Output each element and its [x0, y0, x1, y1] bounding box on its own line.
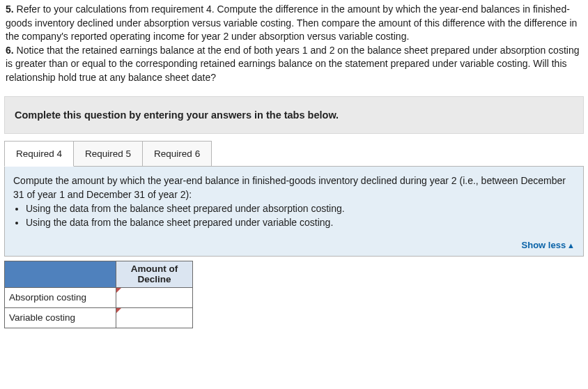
prompt-lead: Compute the amount by which the year-end… — [13, 174, 575, 202]
input-cell-absorption — [116, 287, 193, 307]
tab-required-4[interactable]: Required 4 — [4, 141, 74, 167]
caret-up-icon: ▲ — [567, 241, 575, 250]
answer-table: Amount of Decline Absorption costing Var… — [4, 261, 193, 328]
tabs-container: Required 4 Required 5 Required 6 Compute… — [4, 141, 584, 257]
instruction-box: Complete this question by entering your … — [4, 96, 584, 134]
row-label-absorption: Absorption costing — [5, 287, 116, 307]
row-label-variable: Variable costing — [5, 307, 116, 328]
show-less-toggle[interactable]: Show less▲ — [13, 230, 575, 250]
prompt-bullets: Using the data from the balance sheet pr… — [26, 201, 575, 230]
input-cell-variable — [116, 307, 193, 328]
prompt-bullet-2: Using the data from the balance sheet pr… — [26, 215, 575, 229]
prompt-bullet-1: Using the data from the balance sheet pr… — [26, 201, 575, 215]
q5-text: Refer to your calculations from requirem… — [6, 3, 577, 42]
absorption-decline-input[interactable] — [121, 290, 188, 305]
q6-number: 6. — [6, 45, 14, 56]
tab-required-5[interactable]: Required 5 — [73, 141, 143, 167]
tab-row: Required 4 Required 5 Required 6 — [4, 141, 584, 167]
question-block: 5. Refer to your calculations from requi… — [0, 0, 588, 93]
instruction-text: Complete this question by entering your … — [15, 109, 573, 121]
table-row: Absorption costing — [5, 287, 193, 307]
tab-content: Compute the amount by which the year-end… — [4, 166, 584, 257]
q5-number: 5. — [6, 3, 14, 15]
table-row: Variable costing — [5, 307, 193, 328]
q6-text: Notice that the retained earnings balanc… — [6, 45, 579, 83]
variable-decline-input[interactable] — [121, 310, 188, 326]
table-header-amount: Amount of Decline — [116, 261, 193, 287]
table-header-blank — [5, 261, 116, 287]
show-less-label: Show less — [522, 240, 566, 250]
tab-required-6[interactable]: Required 6 — [142, 141, 212, 167]
